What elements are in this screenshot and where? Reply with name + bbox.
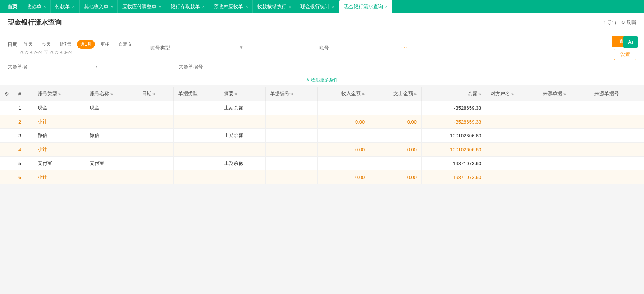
table-cell <box>538 115 590 129</box>
date-btn-today[interactable]: 今天 <box>38 40 54 49</box>
col-doc-type[interactable]: 单据类型 <box>173 87 219 101</box>
col-income[interactable]: 收入金额⇅ <box>317 87 369 101</box>
close-liushui-icon[interactable]: × <box>385 4 387 9</box>
source-doc-num-input[interactable] <box>206 64 341 70</box>
table-cell <box>0 143 14 157</box>
nav-yinxingcunqu[interactable]: 银行存取款单 × <box>166 0 209 13</box>
table-header-row: ⚙ # 账号类型⇅ 账号名称⇅ 日期⇅ 单据类型 摘要⇅ 单据编号⇅ 收入金额⇅… <box>0 87 644 101</box>
table-cell: 上期余额 <box>219 157 266 170</box>
table-cell: 0.00 <box>317 170 369 184</box>
col-account-name[interactable]: 账号名称⇅ <box>85 87 137 101</box>
table-cell: 19871073.60 <box>421 157 486 170</box>
account-input[interactable] <box>332 44 399 51</box>
close-fukuan-icon[interactable]: × <box>72 4 74 9</box>
nav-yingshouyingfu[interactable]: 应收应付调整单 × <box>118 0 166 13</box>
nav-qitashouru[interactable]: 其他收入单 × <box>80 0 118 13</box>
close-yinxingcunqu-icon[interactable]: × <box>202 4 204 9</box>
nav-yushou[interactable]: 预收冲应收单 × <box>209 0 252 13</box>
table-cell <box>219 115 266 129</box>
close-qitashouru-icon[interactable]: × <box>111 4 113 9</box>
close-shoukuan-icon[interactable]: × <box>44 4 46 9</box>
col-summary[interactable]: 摘要⇅ <box>219 87 266 101</box>
table-cell: -3528659.33 <box>421 115 486 129</box>
refresh-icon: ↻ <box>621 19 625 25</box>
date-range-display: 2023-02-24 至 2023-03-24 <box>20 50 72 55</box>
table-cell: 小计 <box>33 143 85 157</box>
refresh-button[interactable]: ↻ 刷新 <box>621 19 636 26</box>
table-cell <box>85 143 137 157</box>
close-tongji-icon[interactable]: × <box>332 4 334 9</box>
col-balance[interactable]: 余额⇅ <box>421 87 486 101</box>
table-cell <box>369 157 422 170</box>
col-counterparty[interactable]: 对方户名⇅ <box>486 87 538 101</box>
nav-fukuan[interactable]: 付款单 × <box>51 0 79 13</box>
table-cell <box>173 157 219 170</box>
table-row: 1现金现金上期余额-3528659.33 <box>0 101 644 115</box>
table-row: 6小计0.000.0019871073.60 <box>0 170 644 184</box>
table-row: 4小计0.000.00100102606.60 <box>0 143 644 157</box>
source-doc-select[interactable]: ▼ <box>30 64 158 70</box>
nav-tongji[interactable]: 现金银行统计 × <box>296 0 339 13</box>
table-cell <box>173 115 219 129</box>
date-label: 日期 <box>8 41 17 48</box>
date-btn-more[interactable]: 更多 <box>97 40 113 49</box>
col-expense[interactable]: 支出金额⇅ <box>369 87 422 101</box>
export-button[interactable]: ↑ 导出 <box>603 19 617 26</box>
date-btn-1month[interactable]: 近1月 <box>77 40 95 49</box>
account-type-chevron-icon: ▼ <box>239 45 304 49</box>
table-cell: 上期余额 <box>219 129 266 143</box>
table-cell <box>137 101 173 115</box>
table-cell <box>266 143 318 157</box>
table-cell: 支付宝 <box>33 157 85 170</box>
table-cell <box>369 129 422 143</box>
close-shouhuanxiao-icon[interactable]: × <box>289 4 291 9</box>
top-nav: 首页 收款单 × 付款单 × 其他收入单 × 应收应付调整单 × 银行存取款单 … <box>0 0 644 13</box>
account-label: 账号 <box>319 45 329 51</box>
table-cell: 1 <box>14 101 33 115</box>
table-cell <box>590 170 644 184</box>
table-cell: 微信 <box>85 129 137 143</box>
account-type-select[interactable]: ▼ <box>173 45 304 51</box>
table-cell: 0.00 <box>369 115 422 129</box>
table-cell: 6 <box>14 170 33 184</box>
collapse-bar[interactable]: ∧ 收起更多条件 <box>0 75 644 85</box>
table-cell <box>266 115 318 129</box>
col-index: # <box>14 87 33 101</box>
table-cell: -3528659.33 <box>421 101 486 115</box>
date-btn-7days[interactable]: 近7天 <box>56 40 75 49</box>
table-cell <box>538 129 590 143</box>
col-date[interactable]: 日期⇅ <box>137 87 173 101</box>
col-account-type[interactable]: 账号类型⇅ <box>33 87 85 101</box>
main-table: ⚙ # 账号类型⇅ 账号名称⇅ 日期⇅ 单据类型 摘要⇅ 单据编号⇅ 收入金额⇅… <box>0 87 644 184</box>
table-cell <box>137 129 173 143</box>
table-cell <box>137 143 173 157</box>
close-yingshouyingfu-icon[interactable]: × <box>159 4 161 9</box>
filter-row-2: 来源单据 ▼ 来源单据号 <box>8 64 636 70</box>
table-body: 1现金现金上期余额-3528659.332小计0.000.00-3528659.… <box>0 101 644 184</box>
nav-home[interactable]: 首页 <box>3 0 22 13</box>
date-btn-yesterday[interactable]: 昨天 <box>20 40 36 49</box>
ai-badge[interactable]: Ai <box>623 36 638 48</box>
table-cell <box>369 101 422 115</box>
table-cell: 4 <box>14 143 33 157</box>
close-yushou-icon[interactable]: × <box>245 4 248 9</box>
col-gear[interactable]: ⚙ <box>0 87 14 101</box>
nav-liushui[interactable]: 现金银行流水查询 × <box>339 0 392 13</box>
account-dots-button[interactable]: ··· <box>401 44 408 51</box>
source-doc-chevron-icon: ▼ <box>95 64 158 69</box>
table-cell: 0.00 <box>369 143 422 157</box>
nav-shouhuanxiao[interactable]: 收款核销执行 × <box>253 0 296 13</box>
export-icon: ↑ <box>603 19 606 25</box>
table-cell: 100102606.60 <box>421 143 486 157</box>
col-source-doc[interactable]: 来源单据⇅ <box>538 87 590 101</box>
table-cell <box>538 170 590 184</box>
table-cell <box>137 115 173 129</box>
col-source-doc-num[interactable]: 来源单据号 <box>590 87 644 101</box>
settings-button[interactable]: 设置 <box>614 49 636 60</box>
table-cell <box>590 143 644 157</box>
table-cell: 0.00 <box>317 143 369 157</box>
date-btn-custom[interactable]: 自定义 <box>115 40 135 49</box>
col-doc-number[interactable]: 单据编号⇅ <box>266 87 318 101</box>
nav-shoukuan[interactable]: 收款单 × <box>22 0 51 13</box>
filter-row-1: 日期 昨天 今天 近7天 近1月 更多 自定义 2023-02-24 至 202… <box>8 36 636 60</box>
